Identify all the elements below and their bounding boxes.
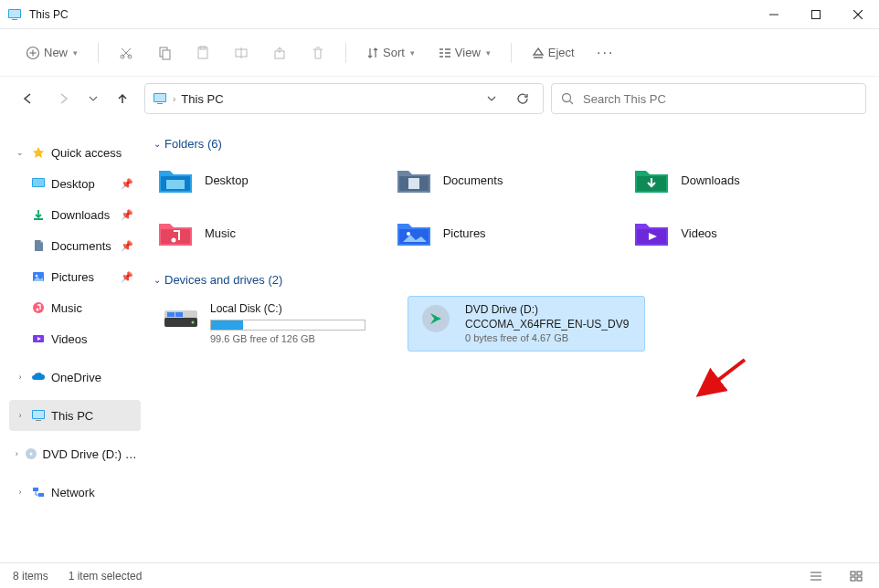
cut-button[interactable] bbox=[110, 37, 143, 69]
sidebar-item-documents[interactable]: Documents 📌 bbox=[9, 230, 141, 261]
search-input[interactable] bbox=[583, 92, 856, 106]
svg-point-61 bbox=[192, 321, 195, 324]
navigation-pane: ⌄ Quick access Desktop 📌 Downloads 📌 Doc… bbox=[0, 121, 146, 562]
svg-rect-69 bbox=[857, 572, 862, 575]
folder-label: Desktop bbox=[205, 173, 249, 187]
folder-music[interactable]: Music bbox=[154, 213, 385, 253]
sidebar-item-videos[interactable]: Videos bbox=[9, 323, 141, 354]
svg-point-31 bbox=[563, 94, 571, 102]
status-selection: 1 item selected bbox=[69, 570, 143, 583]
this-pc-icon bbox=[153, 91, 167, 106]
this-pc-icon bbox=[7, 7, 22, 22]
details-view-button[interactable] bbox=[806, 568, 826, 584]
pictures-folder-icon bbox=[396, 216, 432, 249]
forward-button[interactable] bbox=[49, 84, 79, 113]
sidebar-item-quick-access[interactable]: ⌄ Quick access bbox=[9, 137, 141, 168]
pin-icon[interactable]: 📌 bbox=[121, 271, 133, 283]
svg-point-36 bbox=[36, 275, 38, 278]
group-header-devices[interactable]: ⌄ Devices and drives (2) bbox=[154, 273, 861, 287]
pin-icon[interactable]: 📌 bbox=[121, 240, 133, 252]
new-label: New bbox=[44, 46, 68, 59]
paste-button[interactable] bbox=[186, 37, 219, 69]
svg-rect-50 bbox=[408, 178, 419, 189]
chevron-down-icon: ⌄ bbox=[154, 139, 161, 149]
recent-button[interactable] bbox=[86, 84, 101, 113]
sort-button[interactable]: Sort ▾ bbox=[357, 37, 424, 69]
thumbnails-view-button[interactable] bbox=[846, 568, 866, 584]
svg-rect-29 bbox=[154, 94, 165, 101]
sidebar-item-network[interactable]: › Network bbox=[9, 477, 141, 508]
view-icon bbox=[439, 47, 451, 59]
address-bar[interactable]: › This PC bbox=[144, 83, 544, 114]
sort-icon bbox=[366, 47, 379, 59]
svg-rect-45 bbox=[33, 488, 38, 491]
sidebar-item-desktop[interactable]: Desktop 📌 bbox=[9, 168, 141, 199]
sidebar-item-music[interactable]: Music bbox=[9, 292, 141, 323]
rename-icon bbox=[234, 46, 249, 60]
search-box[interactable] bbox=[551, 83, 866, 114]
pin-icon[interactable]: 📌 bbox=[121, 178, 133, 190]
view-button[interactable]: View ▾ bbox=[429, 37, 500, 69]
close-button[interactable] bbox=[837, 0, 879, 29]
rename-button[interactable] bbox=[225, 37, 258, 69]
chevron-down-icon[interactable]: ⌄ bbox=[15, 148, 26, 157]
document-icon bbox=[31, 238, 46, 253]
sidebar-item-downloads[interactable]: Downloads 📌 bbox=[9, 199, 141, 230]
desktop-icon bbox=[31, 176, 46, 191]
svg-point-55 bbox=[407, 232, 410, 236]
sidebar-label: Desktop bbox=[51, 177, 95, 191]
delete-button[interactable] bbox=[302, 37, 334, 69]
group-header-folders[interactable]: ⌄ Folders (6) bbox=[154, 137, 861, 151]
chevron-right-icon[interactable]: › bbox=[15, 449, 19, 458]
sidebar-item-this-pc[interactable]: › This PC bbox=[9, 400, 141, 431]
sidebar-item-dvd[interactable]: › DVD Drive (D:) CCCOMA_X64FRE_EN-US_DV9 bbox=[9, 438, 141, 469]
svg-point-53 bbox=[172, 238, 176, 243]
drive-local-c[interactable]: Local Disk (C:) 99.6 GB free of 126 GB bbox=[154, 296, 391, 352]
sidebar-item-onedrive[interactable]: › OneDrive bbox=[9, 362, 141, 393]
svg-rect-2 bbox=[12, 19, 17, 20]
new-button[interactable]: New ▾ bbox=[16, 37, 87, 69]
sidebar-label: Documents bbox=[51, 239, 111, 253]
folder-label: Documents bbox=[443, 173, 503, 187]
refresh-button[interactable] bbox=[510, 92, 535, 105]
annotation-arrow bbox=[694, 356, 749, 400]
music-icon bbox=[31, 300, 46, 315]
folder-desktop[interactable]: Desktop bbox=[154, 160, 385, 200]
more-button[interactable]: ··· bbox=[589, 37, 622, 69]
folders-grid: Desktop Documents Downloads Music Pictur… bbox=[154, 160, 861, 253]
sidebar-item-pictures[interactable]: Pictures 📌 bbox=[9, 261, 141, 292]
drive-free: 0 bytes free of 4.67 GB bbox=[465, 331, 629, 345]
this-pc-icon bbox=[31, 408, 46, 423]
svg-line-13 bbox=[122, 48, 130, 57]
folder-pictures[interactable]: Pictures bbox=[392, 213, 623, 253]
copy-button[interactable] bbox=[148, 37, 181, 69]
maximize-button[interactable] bbox=[795, 0, 837, 29]
chevron-right-icon[interactable]: › bbox=[15, 411, 26, 420]
chevron-down-icon: ▾ bbox=[410, 48, 415, 58]
minimize-button[interactable] bbox=[753, 0, 795, 29]
folder-label: Pictures bbox=[443, 226, 486, 240]
title-bar: This PC bbox=[0, 0, 879, 29]
group-label: Folders (6) bbox=[164, 137, 222, 151]
chevron-right-icon[interactable]: › bbox=[15, 373, 26, 382]
up-button[interactable] bbox=[108, 84, 137, 113]
svg-rect-4 bbox=[812, 11, 821, 19]
share-button[interactable] bbox=[263, 37, 296, 69]
drive-name: Local Disk (C:) bbox=[210, 301, 365, 316]
pictures-icon bbox=[31, 269, 46, 284]
back-button[interactable] bbox=[13, 84, 42, 113]
documents-folder-icon bbox=[396, 163, 432, 196]
sidebar-label: Network bbox=[51, 486, 95, 499]
folder-videos[interactable]: Videos bbox=[630, 213, 861, 253]
drive-dvd-d[interactable]: DVD Drive (D:) CCCOMA_X64FRE_EN-US_DV9 0… bbox=[408, 296, 645, 352]
svg-rect-42 bbox=[36, 420, 41, 421]
chevron-right-icon[interactable]: › bbox=[15, 488, 26, 497]
folder-documents[interactable]: Documents bbox=[392, 160, 623, 200]
address-dropdown-button[interactable] bbox=[479, 94, 504, 103]
svg-line-64 bbox=[702, 360, 745, 393]
eject-button[interactable]: Eject bbox=[523, 37, 584, 69]
breadcrumb-location[interactable]: This PC bbox=[181, 92, 223, 106]
pin-icon[interactable]: 📌 bbox=[121, 209, 133, 221]
sidebar-label: This PC bbox=[51, 409, 93, 423]
folder-downloads[interactable]: Downloads bbox=[630, 160, 861, 200]
